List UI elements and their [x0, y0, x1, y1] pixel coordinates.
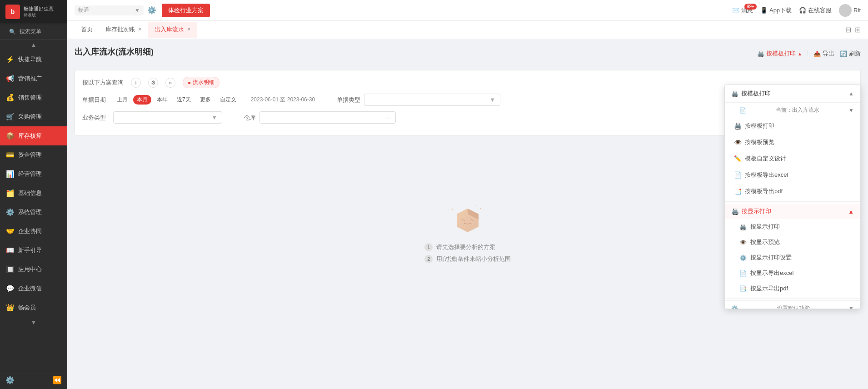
maximize-btn[interactable]: ⊞ — [855, 25, 861, 34]
guide-icon: 📖 — [5, 246, 15, 255]
shortcut-current-month[interactable]: 本月 — [133, 95, 151, 105]
sidebar-item-quick-nav[interactable]: ⚡ 快捷导航 — [0, 50, 67, 69]
sidebar-item-collab[interactable]: 🤝 企业协同 — [0, 222, 67, 241]
dropdown-item-display-export-pdf[interactable]: 📑 按显示导出pdf — [725, 281, 860, 296]
app-download-btn[interactable]: 📱 App下载 — [760, 6, 792, 15]
header-dropdown-icon[interactable]: ▼ — [135, 7, 140, 14]
sidebar-item-sales[interactable]: 💰 销售管理 — [0, 88, 67, 107]
sidebar-item-finance[interactable]: 💳 资金管理 — [0, 145, 67, 165]
display-section-label: 按显示打印 — [742, 207, 771, 215]
filter-settings-btn[interactable]: ⚙ — [148, 78, 158, 88]
filter-tag[interactable]: ● 流水明细 — [183, 77, 219, 88]
dropdown-item-template-print[interactable]: 🖨️ 按模板打印 — [725, 118, 860, 134]
collapse-sidebar-icon[interactable]: ⏪ — [53, 376, 62, 384]
header-search-input[interactable] — [78, 7, 133, 14]
export-btn[interactable]: 📤 导出 — [813, 50, 834, 58]
shortcut-custom[interactable]: 自定义 — [216, 95, 240, 105]
scroll-up-btn[interactable]: ▲ — [0, 40, 67, 50]
online-service-btn[interactable]: 🎧 在线客服 — [799, 6, 832, 15]
display-section-header[interactable]: 🖨️ 按显示打印 ▲ — [725, 204, 860, 219]
doc-type-select[interactable]: ▼ — [364, 94, 500, 106]
filter-tag-icon: ● — [188, 80, 191, 86]
dropdown-item-display-export-excel[interactable]: 📄 按显示导出excel — [725, 265, 860, 281]
quick-nav-icon: ⚡ — [5, 55, 15, 64]
tab-batch[interactable]: 库存批次账 ✕ — [99, 22, 148, 38]
tab-home[interactable]: 首页 — [75, 22, 99, 38]
dropdown-scroll: 🖨️ 按模板打印 👁️ 按模板预览 ✏️ 模板自定义设计 📄 按模板导出exce… — [725, 118, 860, 309]
svg-text:★: ★ — [476, 204, 478, 206]
header: ▼ ⚙️ 体验行业方案 ✉️ 消息 99+ 📱 App下载 🎧 在线客服 Rit — [67, 0, 868, 21]
dropdown-footer[interactable]: ⚙️ 设置默认功能 ▼ — [725, 300, 860, 309]
warehouse-more-icon: ··· — [386, 114, 391, 121]
user-name: Rit — [853, 7, 861, 14]
display-preview-icon: 👁️ — [739, 239, 747, 246]
date-label: 单据日期 — [82, 96, 106, 104]
app-download-label: App下载 — [769, 6, 792, 15]
sidebar-item-label: 基础信息 — [18, 189, 42, 197]
template-custom-icon: ✏️ — [734, 155, 741, 162]
main-area: ▼ ⚙️ 体验行业方案 ✉️ 消息 99+ 📱 App下载 🎧 在线客服 Rit — [67, 0, 868, 389]
sidebar-item-guide[interactable]: 📖 新手引导 — [0, 241, 67, 260]
sidebar-item-member[interactable]: 👑 畅会员 — [0, 298, 67, 317]
system-icon: ⚙️ — [5, 208, 15, 217]
dropdown-item-display-print[interactable]: 🖨️ 按显示打印 — [725, 219, 860, 234]
tab-flow-label: 出入库流水 — [155, 25, 184, 34]
tab-batch-close[interactable]: ✕ — [138, 26, 142, 32]
template-export-pdf-icon: 📑 — [734, 188, 741, 195]
sidebar-item-label: 快捷导航 — [18, 55, 42, 64]
shortcut-current-year[interactable]: 本年 — [153, 95, 171, 105]
dropdown-collapse-btn[interactable]: ▲ — [848, 90, 854, 97]
print-template-btn[interactable]: 🖨️ 按模板打印 ▲ — [757, 50, 802, 58]
user-avatar[interactable]: Rit — [839, 4, 861, 17]
empty-step-2: 2 用[过滤]条件来缩小分析范围 — [424, 255, 510, 263]
refresh-btn[interactable]: 🔄 刷新 — [840, 50, 861, 58]
dropdown-item-template-export-excel[interactable]: 📄 按模板导出excel — [725, 167, 860, 183]
header-gear-icon[interactable]: ⚙️ — [147, 6, 156, 15]
app-center-icon: 🔲 — [5, 265, 15, 274]
divider — [808, 50, 808, 57]
warehouse-select[interactable]: ··· — [259, 111, 396, 124]
sidebar-item-wechat[interactable]: 💬 企业微信 — [0, 279, 67, 298]
marketing-icon: 📢 — [5, 74, 15, 83]
sidebar-item-operation[interactable]: 📊 经营管理 — [0, 165, 67, 184]
sidebar-item-system[interactable]: ⚙️ 系统管理 — [0, 203, 67, 222]
sidebar-item-inventory[interactable]: 📦 库存核算 — [0, 126, 67, 145]
template-print-label: 按模板打印 — [745, 122, 774, 130]
date-range: 2023-06-01 至 2023-06-30 — [251, 96, 315, 104]
sidebar-item-purchase[interactable]: 🛒 采购管理 — [0, 107, 67, 126]
message-btn[interactable]: ✉️ 消息 99+ — [732, 6, 753, 15]
dropdown-current[interactable]: 📄 当前：出入库流水 ▼ — [725, 103, 860, 118]
biz-type-select[interactable]: ▼ — [113, 111, 222, 124]
dropdown-item-display-preview[interactable]: 👁️ 按显示预览 — [725, 234, 860, 250]
dropdown-item-template-export-pdf[interactable]: 📑 按模板导出pdf — [725, 183, 860, 199]
filter-add-btn[interactable]: + — [131, 78, 141, 88]
operation-icon: 📊 — [5, 170, 15, 179]
print-icon: 🖨️ — [757, 50, 764, 57]
sidebar-item-app-center[interactable]: 🔲 应用中心 — [0, 260, 67, 279]
settings-icon[interactable]: ⚙️ — [5, 376, 15, 384]
display-print-label: 按显示打印 — [750, 223, 780, 231]
dropdown-item-display-settings[interactable]: ⚙️ 按显示打印设置 — [725, 250, 860, 265]
dropdown-item-template-custom[interactable]: ✏️ 模板自定义设计 — [725, 150, 860, 167]
sidebar-item-basic[interactable]: 🗂️ 基础信息 — [0, 184, 67, 203]
biz-type-arrow: ▼ — [211, 114, 217, 121]
shortcut-prev-month[interactable]: 上月 — [113, 95, 131, 105]
shortcut-more[interactable]: 更多 — [196, 95, 215, 105]
tab-flow[interactable]: 出入库流水 ✕ — [148, 22, 197, 38]
refresh-label: 刷新 — [849, 50, 861, 58]
sidebar-item-marketing[interactable]: 📢 营销推广 — [0, 69, 67, 88]
export-icon: 📤 — [813, 50, 821, 57]
logo-icon: b — [5, 5, 20, 19]
sidebar-nav: ▲ ⚡ 快捷导航 📢 营销推广 💰 销售管理 🛒 采购管理 📦 库存核算 💳 资… — [0, 40, 67, 371]
empty-step-1: 1 请先选择要分析的方案 — [424, 243, 510, 251]
app-version: 标准版 — [24, 12, 54, 18]
minimize-btn[interactable]: ⊟ — [845, 25, 851, 34]
app-logo: b 畅捷通好生意 标准版 — [0, 0, 67, 24]
scroll-down-btn[interactable]: ▼ — [0, 317, 67, 328]
trial-btn[interactable]: 体验行业方案 — [162, 4, 210, 17]
search-menu[interactable]: 🔍 搜索菜单 — [0, 24, 67, 40]
filter-collapse-left-btn[interactable]: « — [165, 78, 175, 88]
shortcut-7days[interactable]: 近7天 — [173, 95, 195, 105]
dropdown-item-template-preview[interactable]: 👁️ 按模板预览 — [725, 134, 860, 150]
tab-flow-close[interactable]: ✕ — [187, 26, 191, 32]
